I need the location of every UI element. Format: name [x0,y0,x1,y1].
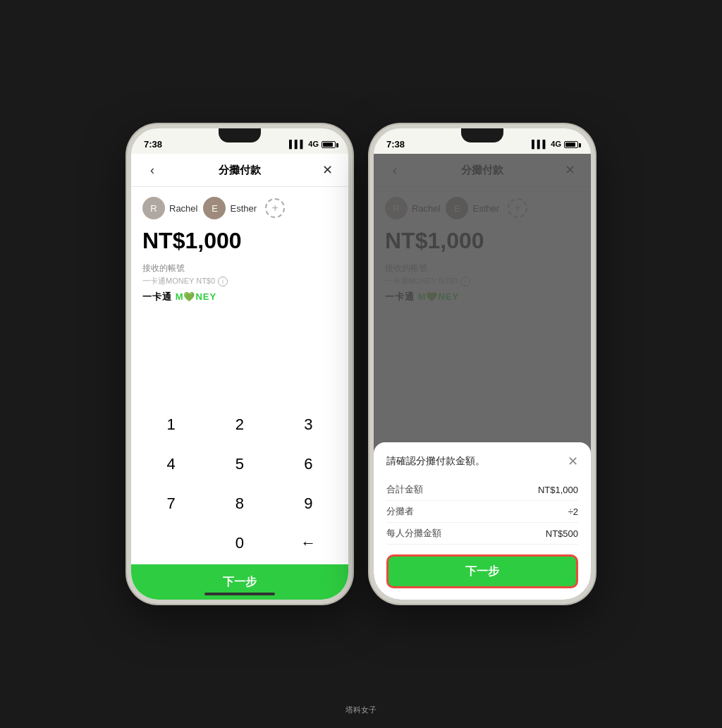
time-right: 7:38 [386,139,405,150]
avatar-esther-left[interactable]: E Esther [203,197,257,219]
modal-label-total: 合計金額 [386,483,423,496]
add-person-btn-left[interactable]: + [265,198,285,218]
key-2[interactable]: 2 [212,406,268,443]
key-4[interactable]: 4 [143,446,200,483]
modal-header: 請確認分攤付款金額。 ✕ [386,454,578,469]
numpad-row-4: 0 ← [137,525,343,562]
key-3[interactable]: 3 [280,406,336,443]
confirm-modal: 請確認分攤付款金額。 ✕ 合計金額 NT$1,000 分攤者 ÷2 每人分攤金額… [374,442,591,600]
modal-value-total: NT$1,000 [538,485,578,495]
modal-row-split: 分攤者 ÷2 [386,501,578,523]
account-sub-left: 一卡通MONEY NT$0 i [142,276,337,286]
nav-title-left: 分攤付款 [219,164,261,177]
time-left: 7:38 [144,139,162,150]
numpad-row-2: 4 5 6 [137,446,343,483]
battery-icon-left [322,140,336,148]
network-icon-right: 4G [551,140,561,148]
account-section-left: 接收的帳號 一卡通MONEY NT$0 i 一卡通 M💚NEY [131,260,348,309]
notch-left [197,128,282,147]
money-highlight-left: M💚NEY [176,291,217,302]
avatar-circle-rachel-left: R [142,197,165,219]
key-6[interactable]: 6 [280,446,336,483]
numpad-left: 1 2 3 4 5 6 7 8 9 0 ← [131,406,348,564]
key-5[interactable]: 5 [212,446,268,483]
network-icon-left: 4G [308,140,319,148]
modal-next-btn[interactable]: 下一步 [386,554,578,588]
info-icon-left[interactable]: i [218,277,228,286]
amount-left: NT$1,000 [131,225,348,260]
status-icons-right: ▌▌▌ 4G [532,140,578,148]
modal-label-split: 分攤者 [386,505,414,518]
modal-label-per-person: 每人分攤金額 [386,527,441,540]
signal-icon-right: ▌▌▌ [532,140,548,148]
right-phone: 7:38 ▌▌▌ 4G ‹ 分攤付款 ✕ R Rachel E Esther [369,124,595,604]
left-phone: 7:38 ▌▌▌ 4G ‹ 分攤付款 ✕ R Rachel E Esther [127,124,353,604]
modal-row-per-person: 每人分攤金額 NT$500 [386,523,578,545]
key-9[interactable]: 9 [280,485,336,522]
status-icons-left: ▌▌▌ 4G [289,140,336,148]
home-indicator-left [204,593,275,595]
numpad-row-1: 1 2 3 [137,406,343,443]
key-empty [143,525,200,562]
key-1[interactable]: 1 [143,406,200,443]
key-0[interactable]: 0 [212,525,268,562]
avatar-rachel-left[interactable]: R Rachel [142,197,197,219]
watermark: 塔科女子 [345,705,377,715]
avatar-circle-esther-left: E [203,197,226,219]
money-logo-left: 一卡通 M💚NEY [142,291,337,303]
nav-bar-left: ‹ 分攤付款 ✕ [131,154,348,187]
key-delete[interactable]: ← [280,525,336,562]
battery-icon-right [564,140,578,148]
modal-title: 請確認分攤付款金額。 [386,455,485,468]
modal-close-btn[interactable]: ✕ [568,454,578,469]
screen-right: ‹ 分攤付款 ✕ R Rachel E Esther + NT$1,000 接收… [374,154,591,600]
modal-value-split: ÷2 [568,506,578,517]
avatar-label-rachel-left: Rachel [169,203,197,214]
signal-icon-left: ▌▌▌ [289,140,305,148]
notch-right [440,128,525,147]
avatars-row-left: R Rachel E Esther + [131,187,348,225]
back-btn-left[interactable]: ‹ [142,163,162,178]
key-8[interactable]: 8 [212,485,268,522]
modal-row-total: 合計金額 NT$1,000 [386,479,578,501]
key-7[interactable]: 7 [143,485,200,522]
avatar-label-esther-left: Esther [230,203,257,214]
account-label-left: 接收的帳號 [142,262,337,274]
screen-left: ‹ 分攤付款 ✕ R Rachel E Esther + NT$1,000 接收… [131,154,348,600]
close-btn-left[interactable]: ✕ [317,162,337,178]
modal-value-per-person: NT$500 [546,528,578,539]
numpad-row-3: 7 8 9 [137,485,343,522]
